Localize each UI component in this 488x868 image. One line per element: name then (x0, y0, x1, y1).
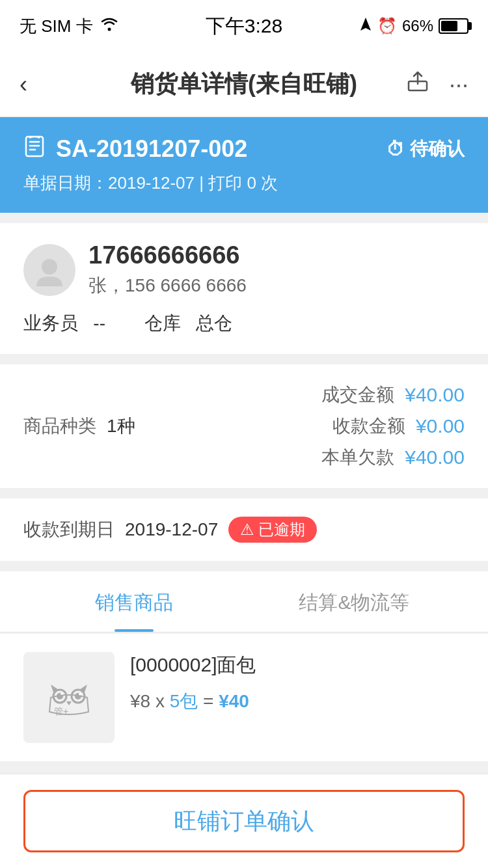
customer-card: 17666666666 张，156 6666 6666 业务员 -- 仓库 总仓 (0, 223, 488, 354)
customer-meta: 业务员 -- 仓库 总仓 (23, 311, 465, 336)
summary-card: 商品种类 1种 成交金额 ¥40.00 收款金额 ¥0.00 本单欠款 ¥40.… (0, 364, 488, 488)
order-date: 单据日期：2019-12-07 | 打印 0 次 (23, 172, 465, 195)
price-per-unit: ¥8 (130, 691, 150, 711)
sales-person-label: 业务员 (23, 313, 78, 333)
summary-left: 商品种类 1种 (23, 383, 308, 470)
battery-icon (439, 18, 468, 34)
tab-settlement-label: 结算&物流等 (299, 591, 409, 613)
order-id-row: SA-20191207-002 ⏱ 待确认 (23, 135, 465, 163)
status-text: 待确认 (410, 137, 465, 161)
order-icon (23, 135, 46, 163)
status-bar-left: 无 SIM 卡 (20, 15, 119, 38)
due-date-card: 收款到期日 2019-12-07 ⚠ 已逾期 (0, 498, 488, 561)
tab-sales[interactable]: 销售商品 (23, 571, 244, 632)
transaction-label: 成交金额 (321, 383, 394, 407)
warehouse-value: 总仓 (196, 313, 232, 333)
confirm-button[interactable]: 旺铺订单确认 (23, 790, 465, 852)
due-label: 收款到期日 (23, 517, 115, 542)
product-thumbnail: 管+ (23, 652, 115, 743)
order-status: ⏱ 待确认 (386, 137, 465, 161)
status-time: 下午3:28 (206, 13, 282, 40)
customer-info: 17666666666 张，156 6666 6666 (88, 241, 247, 298)
product-card: 管+ [0000002]面包 ¥8 x 5包 = ¥40 (0, 634, 488, 761)
customer-phone: 17666666666 (88, 241, 247, 269)
bottom-action: 旺铺订单确认 (0, 774, 488, 868)
status-icon: ⏱ (386, 139, 405, 160)
due-date-value: 2019-12-07 (125, 519, 218, 540)
sales-person-value: -- (93, 313, 105, 333)
owed-label: 本单欠款 (321, 445, 394, 470)
price-multiplier: x (156, 691, 170, 711)
category-label: 商品种类 (23, 414, 96, 439)
owed-row: 本单欠款 ¥40.00 (321, 445, 465, 470)
equals-sign: = (203, 691, 219, 711)
customer-row: 17666666666 张，156 6666 6666 (23, 241, 465, 298)
export-icon[interactable] (406, 70, 429, 99)
status-bar: 无 SIM 卡 下午3:28 ⏰ 66% (0, 0, 488, 52)
product-info: [0000002]面包 ¥8 x 5包 = ¥40 (130, 652, 465, 714)
transaction-row: 成交金额 ¥40.00 (321, 383, 465, 407)
svg-text:管+: 管+ (54, 706, 68, 716)
product-total: ¥40 (219, 691, 249, 711)
product-name: [0000002]面包 (130, 652, 465, 679)
summary-right: 成交金额 ¥40.00 收款金额 ¥0.00 本单欠款 ¥40.00 (321, 383, 465, 470)
receipt-row: 收款金额 ¥0.00 (332, 414, 465, 439)
owed-amount: ¥40.00 (405, 446, 465, 468)
overdue-icon: ⚠ (240, 521, 254, 539)
battery-fill (441, 21, 457, 31)
svg-point-0 (107, 27, 111, 31)
more-icon[interactable]: ··· (449, 71, 468, 98)
wifi-icon (100, 16, 119, 36)
confirm-label: 旺铺订单确认 (174, 806, 314, 837)
carrier-text: 无 SIM 卡 (20, 15, 93, 38)
alarm-icon: ⏰ (377, 17, 397, 35)
tab-sales-label: 销售商品 (95, 591, 173, 613)
receipt-label: 收款金额 (332, 414, 405, 439)
tabs-container: 销售商品 结算&物流等 (0, 571, 488, 632)
nav-bar: ‹ 销货单详情(来自旺铺) ··· (0, 52, 488, 117)
avatar (23, 244, 75, 296)
quantity: 5包 (170, 691, 198, 711)
warehouse-info: 仓库 总仓 (144, 311, 232, 336)
customer-sub: 张，156 6666 6666 (88, 273, 247, 298)
back-button[interactable]: ‹ (20, 71, 40, 98)
battery-text: 66% (402, 17, 433, 35)
sales-person: 业务员 -- (23, 311, 105, 336)
order-id-text: SA-20191207-002 (56, 135, 247, 163)
nav-actions: ··· (406, 70, 468, 99)
tab-settlement[interactable]: 结算&物流等 (244, 571, 465, 632)
page-title: 销货单详情(来自旺铺) (131, 68, 357, 100)
status-bar-right: ⏰ 66% (359, 16, 468, 36)
warehouse-label: 仓库 (144, 313, 181, 333)
overdue-badge: ⚠ 已逾期 (228, 517, 317, 543)
header-card: SA-20191207-002 ⏱ 待确认 单据日期：2019-12-07 | … (0, 117, 488, 213)
category-value: 1种 (107, 414, 135, 439)
receipt-amount: ¥0.00 (416, 415, 465, 437)
transaction-amount: ¥40.00 (405, 384, 465, 406)
location-icon (359, 16, 372, 36)
overdue-text: 已逾期 (258, 519, 305, 540)
tabs: 销售商品 结算&物流等 (0, 571, 488, 632)
svg-point-3 (42, 259, 57, 275)
product-price-row: ¥8 x 5包 = ¥40 (130, 689, 465, 714)
